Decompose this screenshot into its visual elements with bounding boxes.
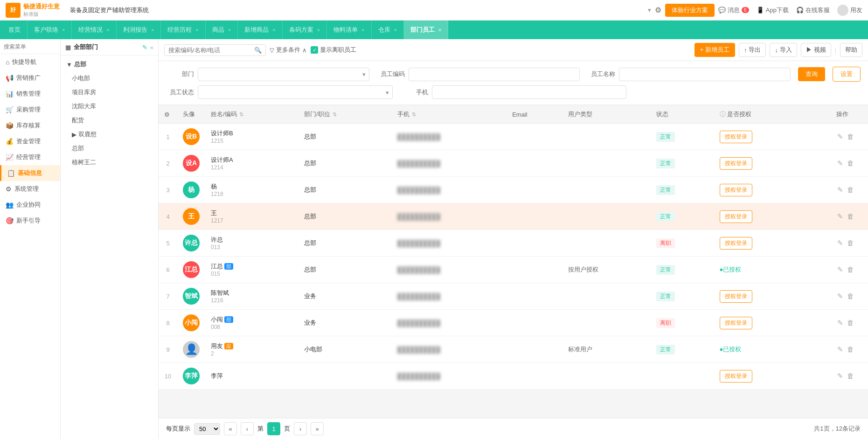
auth-button[interactable]: 授权登录 <box>720 210 752 223</box>
sidebar-item-collab[interactable]: 👥企业协同 <box>0 197 60 213</box>
delete-button[interactable]: 🗑 <box>846 132 855 141</box>
edit-button[interactable]: ✎ <box>836 185 844 195</box>
edit-button[interactable]: ✎ <box>836 158 844 168</box>
col-phone[interactable]: 手机 ⇅ <box>392 105 507 124</box>
delete-button[interactable]: 🗑 <box>846 371 855 381</box>
delete-button[interactable]: 🗑 <box>846 265 855 274</box>
edit-button[interactable]: ✎ <box>836 344 844 355</box>
edit-button[interactable]: ✎ <box>836 291 844 301</box>
sidebar-item-system[interactable]: ⚙系统管理 <box>0 181 60 197</box>
col-name[interactable]: 姓名/编码 ⇅ <box>205 105 299 124</box>
auth-button[interactable]: 授权登录 <box>720 317 752 329</box>
sidebar-search-input[interactable] <box>4 43 61 50</box>
edit-button[interactable]: ✎ <box>836 371 844 381</box>
trial-button[interactable]: 体验行业方案 <box>665 4 715 17</box>
dept-item-shuanglu[interactable]: ▶ 双鹿想 <box>61 127 158 141</box>
tab-goods[interactable]: 商品× <box>206 21 238 39</box>
dept-item-zhishu[interactable]: 植树王二 <box>61 155 158 169</box>
tab-close-icon[interactable]: × <box>361 27 364 33</box>
auth-button[interactable]: 授权登录 <box>720 290 752 303</box>
dept-collapse-icon[interactable]: « <box>150 44 153 51</box>
code-input[interactable] <box>409 68 580 81</box>
dept-item-shenyang[interactable]: 沈阳大库 <box>61 99 158 113</box>
tab-warehouse[interactable]: 仓库× <box>372 21 404 39</box>
edit-button[interactable]: ✎ <box>836 211 844 222</box>
tab-employee[interactable]: 部门员工× <box>404 21 448 39</box>
edit-button[interactable]: ✎ <box>836 238 844 248</box>
dept-select[interactable] <box>198 68 369 81</box>
show-resigned-checkbox[interactable]: ✓ 显示离职员工 <box>311 46 356 54</box>
app-download-btn[interactable]: 📱 App下载 <box>757 6 789 14</box>
tab-close-icon[interactable]: × <box>438 27 441 33</box>
tab-operation[interactable]: 经营情况× <box>72 21 116 39</box>
add-employee-button[interactable]: + 新增员工 <box>694 43 735 57</box>
sidebar-item-sales[interactable]: 📊销售管理 <box>0 86 60 102</box>
edit-button[interactable]: ✎ <box>836 265 844 275</box>
query-button[interactable]: 查询 <box>798 67 825 81</box>
view-button[interactable]: ▶ 视频 <box>801 43 831 57</box>
first-page-btn[interactable]: « <box>224 422 237 435</box>
export-button[interactable]: ↑ 导出 <box>739 43 766 57</box>
tab-close-icon[interactable]: × <box>394 27 397 33</box>
import-button[interactable]: ↓ 导入 <box>770 43 797 57</box>
col-dept[interactable]: 部门/职位 ⇅ <box>299 105 392 124</box>
tab-new-goods[interactable]: 新增商品× <box>238 21 282 39</box>
next-page-btn[interactable]: › <box>294 422 307 435</box>
auth-button[interactable]: 授权登录 <box>720 131 752 143</box>
sidebar-item-basic[interactable]: 📋基础信息 <box>0 165 60 181</box>
last-page-btn[interactable]: » <box>311 422 324 435</box>
sidebar-item-guide[interactable]: 🎯新手引导 <box>0 213 60 229</box>
tab-bom[interactable]: 物料清单× <box>327 21 371 39</box>
tab-close-icon[interactable]: × <box>317 27 320 33</box>
sidebar-item-operation[interactable]: 📈经营管理 <box>0 149 60 165</box>
dept-item-project[interactable]: 项目库房 <box>61 85 158 99</box>
auth-button[interactable]: 授权登录 <box>720 157 752 170</box>
sidebar-item-purchase[interactable]: 🛒采购管理 <box>0 102 60 118</box>
delete-button[interactable]: 🗑 <box>846 211 855 221</box>
dept-item-headquarter[interactable]: ▼ 总部 <box>61 57 158 71</box>
tab-barcode[interactable]: 条码方案× <box>283 21 327 39</box>
tab-close-icon[interactable]: × <box>195 27 198 33</box>
delete-button[interactable]: 🗑 <box>846 238 855 248</box>
delete-button[interactable]: 🗑 <box>846 291 855 301</box>
sidebar-item-quicknav[interactable]: ⌂快捷导航 <box>0 54 60 70</box>
auth-button[interactable]: 授权登录 <box>720 184 752 196</box>
delete-button[interactable]: 🗑 <box>846 318 855 328</box>
tab-close-icon[interactable]: × <box>151 27 154 33</box>
tab-close-icon[interactable]: × <box>272 27 275 33</box>
dropdown-arrow-icon[interactable]: ▾ <box>648 7 651 14</box>
delete-button[interactable]: 🗑 <box>846 158 855 168</box>
sidebar-item-marketing[interactable]: 📢营销推广 <box>0 70 60 86</box>
online-service-btn[interactable]: 🎧 在线客服 <box>796 6 830 14</box>
tab-close-icon[interactable]: × <box>228 27 231 33</box>
sidebar-item-finance[interactable]: 💰资金管理 <box>0 133 60 149</box>
search-input[interactable] <box>168 47 252 54</box>
sidebar-item-inventory[interactable]: 📦库存核算 <box>0 118 60 133</box>
tab-close-icon[interactable]: × <box>106 27 109 33</box>
status-select[interactable] <box>198 85 393 99</box>
dept-edit-icon[interactable]: ✎ <box>142 44 147 51</box>
col-settings[interactable]: ⚙ <box>159 105 177 124</box>
user-menu[interactable]: 用友 <box>837 5 862 16</box>
tab-customer[interactable]: 客户联络× <box>28 21 72 39</box>
auth-button[interactable]: 授权登录 <box>720 370 752 383</box>
page-size-select[interactable]: 50 20 100 <box>194 423 220 435</box>
edit-button[interactable]: ✎ <box>836 318 844 328</box>
delete-button[interactable]: 🗑 <box>846 344 855 354</box>
name-input[interactable] <box>619 68 791 81</box>
tab-history[interactable]: 经营历程× <box>161 21 205 39</box>
message-btn[interactable]: 💬 消息 6 <box>718 6 749 14</box>
prev-page-btn[interactable]: ‹ <box>241 422 254 435</box>
delete-button[interactable]: 🗑 <box>846 185 855 195</box>
auth-button[interactable]: 授权登录 <box>720 237 752 250</box>
search-icon[interactable]: 🔍 <box>254 47 262 54</box>
dept-item-peihuo[interactable]: 配货 <box>61 113 158 127</box>
help-button[interactable]: 帮助 <box>840 43 862 57</box>
tab-home[interactable]: 首页 <box>2 21 28 39</box>
current-page-btn[interactable]: 1 <box>267 422 280 435</box>
settings-icon[interactable]: ⚙ <box>655 6 661 14</box>
phone-input[interactable] <box>432 85 627 99</box>
dept-item-zongbu[interactable]: 总部 <box>61 141 158 155</box>
reset-button[interactable]: 设置 <box>833 67 861 82</box>
dept-item-xiaodian[interactable]: 小电部 <box>61 71 158 85</box>
